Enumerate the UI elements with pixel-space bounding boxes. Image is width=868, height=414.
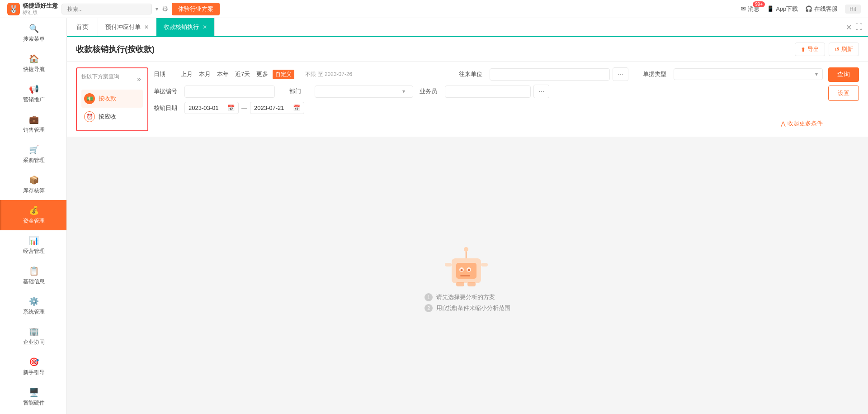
- page-title: 收款核销执行(按收款): [76, 44, 155, 55]
- collapse-more-btn[interactable]: ⋀ 收起更多条件: [154, 118, 823, 129]
- sidebar-item-marketing[interactable]: 📢 营销推广: [0, 79, 66, 109]
- sidebar-item-inventory[interactable]: 📦 库存核算: [0, 170, 66, 200]
- sidebar-item-system[interactable]: ⚙️ 系统管理: [0, 291, 66, 321]
- user-name-badge[interactable]: Rit: [845, 5, 861, 14]
- page-title-row: 收款核销执行(按收款) ⬆ 导出 ↺ 刷新: [76, 43, 859, 56]
- app-download-label: App下载: [776, 5, 798, 13]
- counterpart-ellipsis-btn[interactable]: ···: [613, 67, 628, 81]
- online-service-button[interactable]: 🎧 在线客服: [805, 5, 838, 13]
- gear-icon[interactable]: ⚙: [162, 5, 168, 13]
- voucher-type-select[interactable]: ▾: [674, 68, 823, 80]
- query-button[interactable]: 查询: [828, 67, 859, 82]
- tab-receipt-writeoff[interactable]: 收款核销执行 ✕: [156, 18, 215, 36]
- content-area: 首页 预付冲应付单 ✕ 收款核销执行 ✕ ✕ ⛶ 收款核销执行(按收款): [67, 18, 868, 414]
- search-menu-icon: 🔍: [29, 24, 39, 33]
- filter-section: 按以下方案查询 » 💵 按收款 ⏰ 按应收: [67, 62, 868, 137]
- sidebar-item-finance[interactable]: 💰 资金管理: [0, 200, 66, 230]
- tab-prepay-close-icon[interactable]: ✕: [144, 24, 149, 30]
- filter-area: 按以下方案查询 » 💵 按收款 ⏰ 按应收: [67, 62, 868, 137]
- refresh-label: 刷新: [841, 45, 853, 53]
- app-subtitle: 标准版: [23, 10, 58, 15]
- online-service-label: 在线客服: [814, 5, 838, 13]
- tab-home[interactable]: 首页: [67, 18, 98, 36]
- tip-text-2: 用[过滤]条件来缩小分析范围: [436, 304, 510, 312]
- refresh-button[interactable]: ↺ 刷新: [829, 43, 859, 56]
- counterpart-label: 往来单位: [459, 70, 482, 78]
- tip-num-1: 1: [425, 293, 433, 301]
- empty-state: 1 请先选择要分析的方案 2 用[过滤]条件来缩小分析范围: [67, 140, 868, 414]
- solution-button[interactable]: 体验行业方案: [172, 3, 220, 15]
- staff-input[interactable]: [445, 86, 531, 98]
- collapse-more-label: 收起更多条件: [788, 119, 823, 128]
- query-mode-by-receipt[interactable]: 💵 按收款: [81, 90, 143, 108]
- service-icon: 🎧: [805, 5, 812, 12]
- voucher-no-label: 单据编号: [154, 87, 177, 95]
- top-bar-left: 🐰 畅捷通好生意 标准版 ▾ ⚙ 体验行业方案: [7, 2, 741, 15]
- tab-prepay-reconcile[interactable]: 预付冲应付单 ✕: [98, 18, 156, 36]
- writeoff-start-value: 2023-03-01: [189, 105, 219, 111]
- filter-row-date: 日期 上月 本月 本年 近7天 更多 自定义: [154, 67, 823, 81]
- query-mode-title: 按以下方案查询: [81, 73, 119, 81]
- sidebar-item-hardware[interactable]: 🖥️ 智能硬件: [0, 382, 66, 412]
- filter-row-writeoff: 核销日期 2023-03-01 📅 — 2023-07-21: [154, 102, 823, 114]
- quick-nav-icon: 🏠: [29, 54, 39, 64]
- guide-icon: 🎯: [29, 357, 39, 367]
- empty-tip-1: 1 请先选择要分析的方案: [425, 293, 510, 301]
- writeoff-date-label: 核销日期: [154, 104, 177, 112]
- finance-icon: 💰: [29, 205, 39, 215]
- shortcut-this-year[interactable]: 本年: [215, 69, 231, 79]
- sidebar-item-search-menu[interactable]: 🔍 搜索菜单: [0, 18, 66, 48]
- writeoff-end-value: 2023-07-21: [254, 105, 284, 111]
- sidebar: 🔍 搜索菜单 🏠 快捷导航 📢 营销推广 💼 销售管理 🛒 采购管理 📦 库存核…: [0, 18, 67, 414]
- hardware-icon: 🖥️: [29, 387, 39, 397]
- sidebar-label-purchase: 采购管理: [23, 157, 45, 164]
- sidebar-label-enterprise: 企业协同: [23, 338, 45, 346]
- shortcut-last-7-days[interactable]: 近7天: [233, 69, 252, 79]
- message-icon: ✉: [741, 5, 746, 12]
- sidebar-label-basic-info: 基础信息: [23, 278, 45, 286]
- filter-actions-col: 查询 设置: [828, 67, 859, 101]
- counterpart-input[interactable]: [490, 68, 610, 81]
- writeoff-end-cal-icon[interactable]: 📅: [293, 105, 300, 111]
- close-tab-icon[interactable]: ✕: [846, 23, 852, 32]
- sidebar-label-marketing: 营销推广: [23, 96, 45, 104]
- writeoff-end-date[interactable]: 2023-07-21 📅: [250, 102, 304, 114]
- staff-ellipsis-btn[interactable]: ···: [533, 85, 549, 98]
- message-badge: 99+: [753, 1, 765, 7]
- query-mode-panel: 按以下方案查询 » 💵 按收款 ⏰ 按应收: [76, 67, 148, 131]
- export-icon: ⬆: [801, 46, 806, 53]
- collapse-mode-icon[interactable]: »: [135, 75, 143, 83]
- sidebar-item-wechat[interactable]: 💬 企业微信: [0, 412, 66, 414]
- tab-receipt-close-icon[interactable]: ✕: [203, 24, 207, 30]
- writeoff-start-cal-icon[interactable]: 📅: [227, 105, 235, 111]
- writeoff-date-range: 2023-03-01 📅 — 2023-07-21 📅: [184, 102, 304, 114]
- writeoff-start-date[interactable]: 2023-03-01 📅: [184, 102, 239, 114]
- dept-input[interactable]: [315, 86, 413, 98]
- voucher-no-input[interactable]: [184, 86, 275, 98]
- marketing-icon: 📢: [29, 84, 39, 94]
- sidebar-item-quick-nav[interactable]: 🏠 快捷导航: [0, 48, 66, 79]
- purchase-icon: 🛒: [29, 145, 39, 155]
- sidebar-item-basic-info[interactable]: 📋 基础信息: [0, 261, 66, 291]
- logo-icon: 🐰: [7, 3, 20, 15]
- expand-tab-icon[interactable]: ⛶: [855, 23, 863, 31]
- search-dropdown-icon[interactable]: ▾: [156, 6, 158, 12]
- enterprise-icon: 🏢: [29, 327, 39, 337]
- empty-illustration-svg: [440, 243, 495, 288]
- top-search-input[interactable]: [61, 4, 152, 14]
- sidebar-item-sales[interactable]: 💼 销售管理: [0, 109, 66, 139]
- query-mode-by-receivable[interactable]: ⏰ 按应收: [81, 108, 143, 126]
- sidebar-item-purchase[interactable]: 🛒 采购管理: [0, 139, 66, 170]
- sidebar-item-operations[interactable]: 📊 经营管理: [0, 230, 66, 261]
- app-download-button[interactable]: 📱 App下载: [767, 5, 798, 13]
- shortcut-this-month[interactable]: 本月: [197, 69, 212, 79]
- receipt-mode-label: 按收款: [99, 95, 116, 103]
- message-button[interactable]: ✉ 消息 99+: [741, 5, 760, 13]
- sidebar-item-enterprise[interactable]: 🏢 企业协同: [0, 321, 66, 352]
- export-button[interactable]: ⬆ 导出: [795, 43, 825, 56]
- shortcut-custom[interactable]: 自定义: [273, 70, 294, 79]
- shortcut-last-month[interactable]: 上月: [179, 69, 194, 79]
- sidebar-item-guide[interactable]: 🎯 新手引导: [0, 352, 66, 382]
- shortcut-more[interactable]: 更多: [255, 69, 270, 79]
- setting-button[interactable]: 设置: [828, 86, 859, 101]
